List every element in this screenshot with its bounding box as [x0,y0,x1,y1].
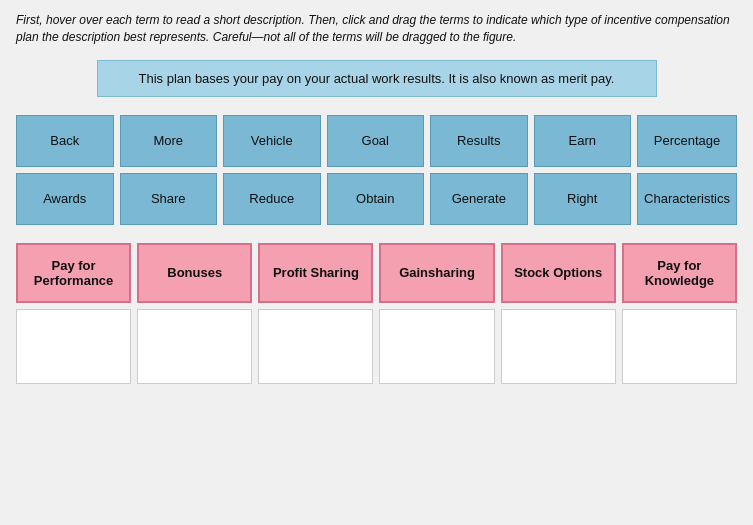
instructions-text: First, hover over each term to read a sh… [16,12,737,46]
drop-zone-4[interactable] [379,309,494,384]
category-bonuses[interactable]: Bonuses [137,243,252,303]
category-gainsharing[interactable]: Gainsharing [379,243,494,303]
term-obtain[interactable]: Obtain [327,173,425,225]
term-earn[interactable]: Earn [534,115,632,167]
term-share[interactable]: Share [120,173,218,225]
category-profit-sharing[interactable]: Profit Sharing [258,243,373,303]
drop-zone-3[interactable] [258,309,373,384]
term-percentage[interactable]: Percentage [637,115,737,167]
term-vehicle[interactable]: Vehicle [223,115,321,167]
drop-zone-1[interactable] [16,309,131,384]
category-pay-for-knowledge[interactable]: Pay for Knowledge [622,243,737,303]
drop-zones [16,309,737,384]
drop-zone-2[interactable] [137,309,252,384]
term-right[interactable]: Right [534,173,632,225]
drop-zone-5[interactable] [501,309,616,384]
term-awards[interactable]: Awards [16,173,114,225]
term-generate[interactable]: Generate [430,173,528,225]
term-results[interactable]: Results [430,115,528,167]
term-more[interactable]: More [120,115,218,167]
term-back[interactable]: Back [16,115,114,167]
categories-section: Pay for Performance Bonuses Profit Shari… [16,243,737,303]
term-reduce[interactable]: Reduce [223,173,321,225]
terms-grid: Back More Vehicle Goal Results Earn Perc… [16,115,737,225]
term-goal[interactable]: Goal [327,115,425,167]
category-pay-for-performance[interactable]: Pay for Performance [16,243,131,303]
category-stock-options[interactable]: Stock Options [501,243,616,303]
info-box: This plan bases your pay on your actual … [97,60,657,97]
term-characteristics[interactable]: Characteristics [637,173,737,225]
drop-zone-6[interactable] [622,309,737,384]
